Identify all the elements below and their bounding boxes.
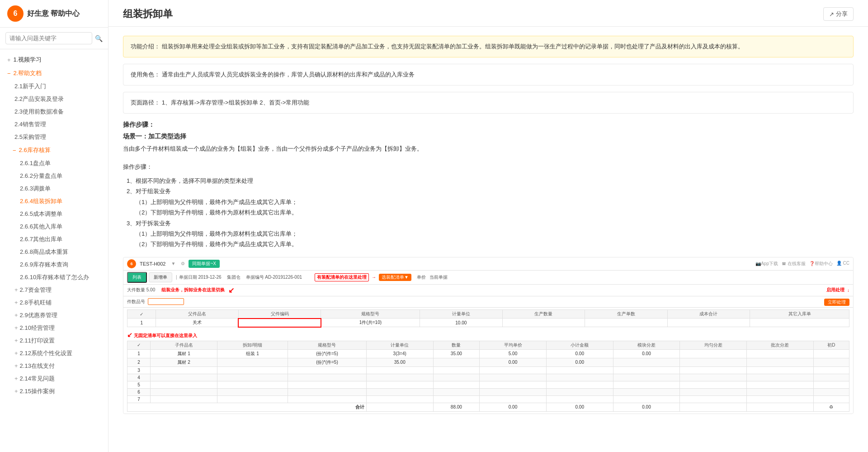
table-row: 3 (127, 366, 849, 374)
screenshot-container: 6 TEST-H002 ▼ ⚙ 同期单据~X 📷App下载☎ 在线客服❓帮助中心… (123, 257, 854, 414)
sidebar-item-stock266[interactable]: 2.6.6其他入库单 (0, 220, 108, 233)
mock-parent-table: ✓ 父件品名 父件编码 规格型号 计量单位 生产数量 生产单数 成本合计 其它入… (127, 309, 849, 328)
col-check: ✓ (127, 309, 156, 319)
sidebar-item-faq[interactable]: +2.14常见问题 (0, 372, 108, 385)
table-row: 4 (127, 374, 849, 381)
sidebar-item-stock267[interactable]: 2.6.7其他出库单 (0, 233, 108, 246)
table-footer-row: 合计 88.00 0.00 0.00 0.00 ♻ (127, 403, 849, 411)
sidebar-item-mobile[interactable]: +2.8手机旺铺 (0, 296, 108, 309)
mock-logo: 6 (127, 259, 136, 268)
sidebar-item-stock2610[interactable]: 2.6.10库存账本错了怎么办 (0, 271, 108, 284)
sidebar-item-fund[interactable]: +2.7资金管理 (0, 284, 108, 296)
step2: 2、对于组装业务 (127, 186, 854, 196)
table-row: 7 (127, 395, 849, 403)
page-title: 组装拆卸单 (123, 7, 173, 21)
minus-icon: − (7, 70, 11, 77)
step1: 1、根据不同的业务，选择不同单据的类型来处理 (127, 176, 854, 186)
sidebar-item-purchase[interactable]: 2.5采购管理 (0, 131, 108, 143)
page-header: 组装拆卸单 ↗ 分享 (108, 0, 868, 27)
mock-parent-table-wrap: ✓ 父件品名 父件编码 规格型号 计量单位 生产数量 生产单数 成本合计 其它入… (123, 308, 853, 329)
sidebar-item-video[interactable]: + 1.视频学习 (0, 53, 108, 67)
feature-intro-text: 组装拆卸单用来处理企业组装或拆卸等加工业务，支持有固定装配清单的产品加工业务，也… (162, 43, 744, 50)
table-row: 1 关术 1件(共=10) 10.00 (127, 319, 849, 327)
logo: 6 (7, 5, 24, 22)
sidebar-item-newuser[interactable]: 2.1新手入门 (0, 80, 108, 93)
col-other-in: 其它入库单 (750, 309, 849, 319)
mock-select-bom-btn[interactable]: 选装配清单▼ (379, 274, 411, 281)
mock-top-icons: 📷App下载☎ 在线客服❓帮助中心👤 CC (755, 261, 849, 267)
operations-title: 操作步骤： (123, 121, 854, 129)
mock-confirm-btn-area: 立即处理 (824, 298, 849, 306)
share-button[interactable]: ↗ 分享 (823, 7, 854, 21)
col-parent-code: 父件编码 (238, 309, 321, 319)
table-row: 5 (127, 381, 849, 388)
sidebar-item-print[interactable]: +2.11打印设置 (0, 334, 108, 347)
sidebar-item-install[interactable]: 2.2产品安装及登录 (0, 93, 108, 105)
sidebar-item-stock262[interactable]: 2.6.2分量盘点单 (0, 170, 108, 182)
table-row: 2 属材 2 (份)*(件=5) 35.00 0.00 0.00 (127, 358, 849, 366)
annotation-direct-entry: ↙ 无固定清单可以直接在这里录入 (127, 331, 849, 339)
nav-tree: + 1.视频学习 − 2.帮助文档 2.1新手入门 2.2产品安装及登录 2.3… (0, 49, 108, 452)
mock-form-toolbar: 列表 新增单 | 单据日期 2019-12-26 集团仓 单据编号 AD-201… (123, 271, 853, 285)
mock-hint-row: 件数品号 立即处理 (123, 296, 853, 308)
col-spec: 规格型号 (321, 309, 420, 319)
scenario1-title: 场景一：加工类型选择 (123, 133, 854, 141)
sidebar-item-stock269[interactable]: 2.6.9库存账本查询 (0, 258, 108, 271)
sidebar-item-sales[interactable]: 2.4销售管理 (0, 118, 108, 131)
main-content: 组装拆卸单 ↗ 分享 功能介绍： 组装拆卸单用来处理企业组装或拆卸等加工业务，支… (108, 0, 868, 452)
annotation-type-switch: 组装业务，拆卸业务在这里切换 (161, 287, 225, 293)
search-box: 🔍 (0, 28, 108, 49)
scenario-1: 场景一：加工类型选择 当由多个子件材料组装成一个成品的业务为【组装】业务，当由一… (123, 133, 854, 154)
col-prod-num: 生产单数 (585, 309, 668, 319)
mock-topbar: 6 TEST-H002 ▼ ⚙ 同期单据~X 📷App下载☎ 在线客服❓帮助中心… (123, 257, 853, 271)
sidebar-item-docs[interactable]: − 2.帮助文档 (0, 67, 108, 80)
sidebar-item-stock263[interactable]: 2.6.3调拨单 (0, 182, 108, 195)
mock-confirm-btn[interactable]: 立即处理 (824, 299, 849, 306)
mock-sub-area: ↙ 无固定清单可以直接在这里录入 ✓ 子件品名 拆卸/明细 规格型号 计量单位 … (123, 329, 853, 414)
role-block: 使用角色： 通常由生产人员或库管人员完成拆装业务的操作，库管人员确认原材料的出库… (123, 64, 854, 86)
mock-hint-label: 件数品号 (127, 299, 145, 305)
sidebar-title: 好生意 帮助中心 (27, 9, 80, 19)
step2-sub1: （1）上部明细为父件明细，最终作为产成品生成其它入库单； (136, 197, 854, 207)
share-icon: ↗ (829, 11, 834, 18)
sidebar-item-custom[interactable]: +2.12系统个性化设置 (0, 347, 108, 360)
feature-intro-block: 功能介绍： 组装拆卸单用来处理企业组装或拆卸等加工业务，支持有固定装配清单的产品… (123, 36, 854, 57)
step3-sub2: （2）下部明细为子件明细，最终作为产成品生成其它入库单。 (136, 239, 854, 249)
sidebar-item-inventory[interactable]: − 2.6库存核算 (0, 143, 108, 157)
mock-hint-input[interactable] (148, 298, 184, 305)
annotation-select-bom: 有装配清单的在这里处理 (315, 273, 369, 281)
search-icon[interactable]: 🔍 (95, 35, 103, 42)
sidebar-item-stock268[interactable]: 2.6.8商品成本重算 (0, 246, 108, 258)
mock-tab-new[interactable]: 新增单 (149, 272, 172, 282)
feature-intro-label: 功能介绍： (131, 43, 160, 50)
sidebar-item-predata[interactable]: 2.3使用前数据准备 (0, 105, 108, 118)
path-label: 页面路径： (131, 99, 160, 106)
sidebar-item-coupon[interactable]: +2.9优惠券管理 (0, 309, 108, 322)
sidebar-item-online[interactable]: +2.13在线支付 (0, 360, 108, 372)
scenario1-desc: 当由多个子件材料组装成一个成品的业务为【组装】业务，当由一个父件拆分成多个子产品… (123, 143, 854, 154)
article-body: 功能介绍： 组装拆卸单用来处理企业组装或拆卸等加工业务，支持有固定装配清单的产品… (108, 27, 868, 423)
mock-company: TEST-H002 (140, 261, 165, 266)
step2-sub2: （2）下部明细为子件明细，最终作为原材料生成其它出库单。 (136, 207, 854, 218)
mock-sub-table: ✓ 子件品名 拆卸/明细 规格型号 计量单位 数量 平均单价 小计金额 模块分差… (127, 341, 849, 412)
mock-tab-list[interactable]: 列表 (127, 272, 147, 283)
minus-icon-inventory: − (13, 147, 16, 154)
step3-sub1: （1）上部明细为父件明细，最终作为原材料生成其它出库单； (136, 228, 854, 239)
path-block: 页面路径： 1、库存核算->库存管理->组装拆卸单 2、首页->常用功能 (123, 92, 854, 114)
sidebar-item-cases[interactable]: +2.15操作案例 (0, 385, 108, 398)
table-row: 6 (127, 388, 849, 395)
search-input[interactable] (5, 32, 92, 44)
role-label: 使用角色： (131, 71, 160, 78)
sidebar-item-stock265[interactable]: 2.6.5成本调整单 (0, 208, 108, 220)
col-cost: 成本合计 (667, 309, 750, 319)
plus-icon: + (7, 57, 11, 63)
sidebar-item-stock261[interactable]: 2.6.1盘点单 (0, 157, 108, 170)
mock-new-doc-btn[interactable]: 同期单据~X (189, 260, 220, 268)
col-prod-qty: 生产数量 (502, 309, 585, 319)
col-unit: 计量单位 (420, 309, 503, 319)
annotation-enable: 启用处理 (826, 287, 844, 293)
sidebar-header: 6 好生意 帮助中心 (0, 0, 108, 28)
steps-title: 操作步骤： (123, 162, 854, 172)
sidebar-item-ops[interactable]: +2.10经营管理 (0, 322, 108, 334)
sidebar-item-stock264[interactable]: 2.6.4组装拆卸单 (0, 195, 108, 208)
